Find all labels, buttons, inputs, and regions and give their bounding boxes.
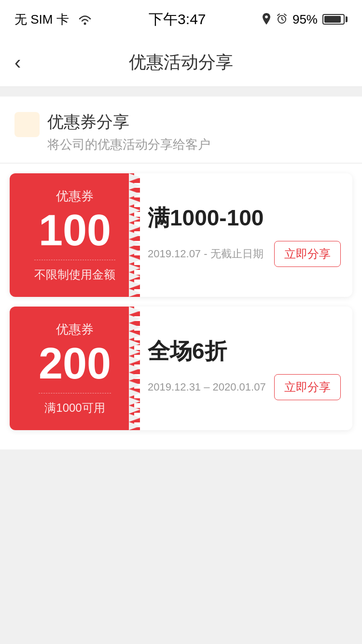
location-icon <box>262 13 271 26</box>
coupon-date-0: 2019.12.07 - 无截止日期 <box>148 247 268 261</box>
coupon-card: 优惠券 100 不限制使用金额 满1000-100 2019.12.07 - 无… <box>10 173 352 297</box>
coupon-card: 优惠券 200 满1000可用 全场6折 2019.12.31 – 2020.0… <box>10 307 352 430</box>
section-title: 优惠券分享 <box>47 111 210 133</box>
coupon-condition-0: 不限制使用金额 <box>34 267 115 282</box>
status-right: 95% <box>262 12 348 27</box>
section-desc: 将公司的优惠活动分享给客户 <box>47 136 210 153</box>
share-button-1[interactable]: 立即分享 <box>274 374 341 400</box>
coupon-meta-0: 2019.12.07 - 无截止日期 立即分享 <box>148 241 341 267</box>
serrated-edge <box>129 173 140 297</box>
coupon-label-0: 优惠券 <box>56 188 94 205</box>
section-header: 🏷 优惠券分享 将公司的优惠活动分享给客户 <box>0 97 362 163</box>
carrier-label: 无 SIM 卡 <box>14 11 69 28</box>
status-left: 无 SIM 卡 <box>14 11 93 28</box>
svg-rect-5 <box>129 173 140 297</box>
serrated-edge <box>129 307 140 430</box>
coupon-name-1: 全场6折 <box>148 336 341 366</box>
coupon-left-panel: 优惠券 200 满1000可用 <box>10 307 140 430</box>
nav-bar: ‹ 优惠活动分享 <box>0 39 362 87</box>
battery-icon <box>322 14 348 25</box>
alarm-icon <box>276 13 288 26</box>
coupon-label-1: 优惠券 <box>56 321 94 338</box>
coupon-section-icon: 🏷 <box>14 112 40 137</box>
coupon-left-inner: 优惠券 100 不限制使用金额 <box>34 188 115 282</box>
coupon-name-0: 满1000-100 <box>148 203 341 233</box>
status-time: 下午3:47 <box>149 10 206 29</box>
coupon-divider <box>34 260 115 260</box>
coupon-divider <box>39 393 111 393</box>
coupon-meta-1: 2019.12.31 – 2020.01.07 立即分享 <box>148 374 341 400</box>
coupon-condition-1: 满1000可用 <box>44 400 105 416</box>
nav-title: 优惠活动分享 <box>129 51 233 74</box>
svg-rect-7 <box>129 307 140 430</box>
share-button-0[interactable]: 立即分享 <box>274 241 341 267</box>
coupon-amount-1: 200 <box>39 342 111 385</box>
battery-percent: 95% <box>292 12 318 27</box>
coupon-list: 优惠券 100 不限制使用金额 满1000-100 2019.12.07 - 无… <box>0 164 362 449</box>
coupon-right-panel: 全场6折 2019.12.31 – 2020.01.07 立即分享 <box>140 307 352 430</box>
coupon-date-1: 2019.12.31 – 2020.01.07 <box>148 381 268 393</box>
coupon-left-panel: 优惠券 100 不限制使用金额 <box>10 173 140 297</box>
svg-point-0 <box>84 23 86 25</box>
status-bar: 无 SIM 卡 下午3:47 95% <box>0 0 362 39</box>
back-button[interactable]: ‹ <box>14 52 21 73</box>
coupon-right-panel: 满1000-100 2019.12.07 - 无截止日期 立即分享 <box>140 173 352 297</box>
coupon-amount-0: 100 <box>39 209 111 252</box>
empty-area <box>0 449 362 644</box>
wifi-icon <box>77 13 93 26</box>
svg-rect-2 <box>14 112 40 137</box>
section-text: 优惠券分享 将公司的优惠活动分享给客户 <box>47 111 210 153</box>
coupon-left-inner: 优惠券 200 满1000可用 <box>39 321 111 416</box>
